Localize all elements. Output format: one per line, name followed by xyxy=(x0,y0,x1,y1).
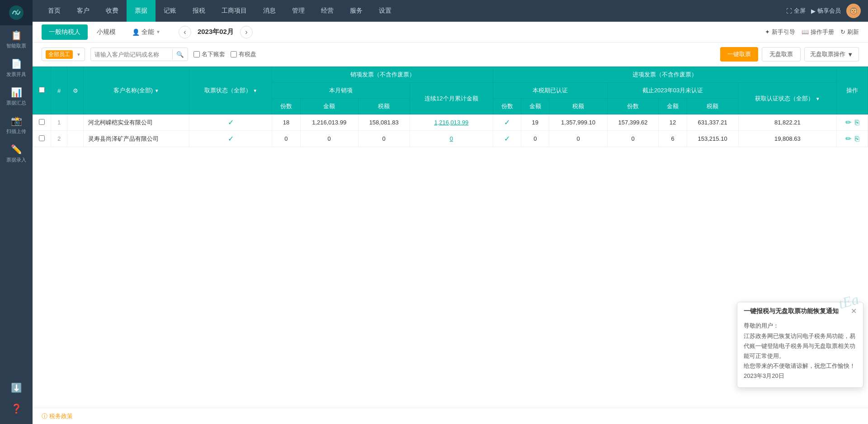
search-input[interactable] xyxy=(91,49,172,60)
row-num-1: 2 xyxy=(51,131,67,147)
th-purchase-cert-count: 份数 xyxy=(493,99,521,114)
row-sales-tax-0: 158,081.83 xyxy=(358,114,410,131)
manual-icon: 📖 xyxy=(802,29,809,35)
nav-right: ⛶ 全屏 ▶ 畅享会员 🐵 xyxy=(786,4,861,18)
no-disk-btn[interactable]: 无盘取票 xyxy=(762,47,801,62)
row-settings-0 xyxy=(67,114,84,131)
edit-icon-1[interactable]: ✏ xyxy=(845,134,851,143)
table-row: 2 灵寿县尚泽矿产品有限公司 ✓ 0 0 0 0 ✓ 0 0 0 6 153,2… xyxy=(33,131,868,147)
avatar[interactable]: 🐵 xyxy=(846,4,861,18)
tab-bar: 一般纳税人 小规模 👤 全能 ▼ ‹ 2023年02月 › ✦ 新手引导 xyxy=(33,22,868,43)
row-purchase-cert-tax-0: 157,399.62 xyxy=(607,114,659,131)
next-period-btn[interactable]: › xyxy=(240,26,253,38)
nav-bookkeeping[interactable]: 记账 xyxy=(156,0,184,22)
th-purchase-cert-tax: 税额 xyxy=(549,99,607,114)
disk-check[interactable]: 有税盘 xyxy=(231,50,256,58)
row-action-1: ✏ ⎘ xyxy=(837,131,868,147)
sidebar: 📋 智能取票 📄 发票开具 📊 票据汇总 📸 扫描上传 ✏️ 票据录入 ⬇️ ❓ xyxy=(0,0,33,424)
download-icon[interactable]: ⬇️ xyxy=(8,380,25,396)
row-purchase-cert-count-1: 0 xyxy=(521,131,549,147)
nav-customer[interactable]: 客户 xyxy=(69,0,98,22)
nav-home[interactable]: 首页 xyxy=(40,0,69,22)
row-purchase-cert-amount-0: 1,357,999.10 xyxy=(549,114,607,131)
filter-actions: 一键取票 无盘取票 无盘取票操作 ▼ xyxy=(720,47,859,62)
th-action: 操作 xyxy=(837,67,868,114)
edit-icon-0[interactable]: ✏ xyxy=(845,118,851,127)
tab-small-scale[interactable]: 小规模 xyxy=(90,24,123,40)
row-status-0: ✓ xyxy=(189,114,272,131)
notification-body: 尊敬的用户：江苏政务网已恢复访问电子税务局功能，易代账一键登陆电子税务局与无盘取… xyxy=(737,318,863,387)
sidebar-item-scan-upload[interactable]: 📸 扫描上传 xyxy=(0,111,33,139)
member-icon: ▶ xyxy=(811,8,816,14)
th-status[interactable]: 取票状态（全部） ▼ xyxy=(189,67,272,114)
member-btn[interactable]: ▶ 畅享会员 xyxy=(811,7,841,15)
account-checkbox[interactable] xyxy=(193,51,200,57)
invoice-table: # ⚙ 客户名称(全部) ▼ 取票状态（全部） ▼ 销项发票（不含作废票） xyxy=(33,67,868,147)
account-check[interactable]: 名下账套 xyxy=(193,50,225,58)
invoice-open-icon: 📄 xyxy=(11,58,22,69)
row-sales-count-1: 0 xyxy=(272,131,300,147)
row-cumulative-0: 1,216,013.99 xyxy=(410,114,493,131)
nav-tax[interactable]: 报税 xyxy=(184,0,213,22)
tax-policy-icon: ⓘ xyxy=(42,412,47,420)
no-disk-ops-btn[interactable]: 无盘取票操作 ▼ xyxy=(804,47,859,62)
row-checkbox-1[interactable] xyxy=(39,135,45,141)
row-purchase-uncert-count-1: 6 xyxy=(659,131,687,147)
th-purchase-group: 进项发票（不含作废票） xyxy=(493,67,837,83)
prev-period-btn[interactable]: ‹ xyxy=(179,26,191,38)
sidebar-bottom: ⬇️ ❓ xyxy=(8,380,25,424)
th-cert-status[interactable]: 获取认证状态（全部） ▼ xyxy=(738,83,837,114)
row-customer-1: 灵寿县尚泽矿产品有限公司 xyxy=(84,131,189,147)
notification-title: 一键报税与无盘取票功能恢复通知 xyxy=(744,307,839,315)
sidebar-item-data-entry[interactable]: ✏️ 票据录入 xyxy=(0,139,33,168)
tab-all[interactable]: 👤 全能 ▼ xyxy=(125,24,168,40)
nav-admin[interactable]: 管理 xyxy=(284,0,313,22)
refresh-btn[interactable]: ↻ 刷新 xyxy=(840,28,859,36)
th-settings: ⚙ xyxy=(67,67,84,114)
help-icon[interactable]: ❓ xyxy=(8,400,25,417)
row-cert-status-0: ✓ xyxy=(493,114,521,131)
fullscreen-btn[interactable]: ⛶ 全屏 xyxy=(786,7,806,15)
nav-receivable[interactable]: 收费 xyxy=(98,0,127,22)
manual-btn[interactable]: 📖 操作手册 xyxy=(802,28,834,36)
row-purchase-uncert-tax-1: 19,808.63 xyxy=(738,131,837,147)
th-before-march: 截止2023年03月未认证 xyxy=(607,83,738,99)
bottom-bar: ⓘ 税务政策 xyxy=(33,408,868,424)
nav-business[interactable]: 工商项目 xyxy=(213,0,255,22)
th-customer[interactable]: 客户名称(全部) ▼ xyxy=(84,67,189,114)
notification-popup: tEa 一键报税与无盘取票功能恢复通知 ✕ 尊敬的用户：江苏政务网已恢复访问电子… xyxy=(737,302,863,388)
tab-period-nav: ‹ 2023年02月 › xyxy=(179,26,253,38)
employee-filter[interactable]: 全部员工 ▼ xyxy=(42,48,85,61)
copy-icon-0[interactable]: ⎘ xyxy=(855,119,859,127)
disk-checkbox[interactable] xyxy=(231,51,237,57)
row-cert-status-1: ✓ xyxy=(493,131,521,147)
nav-operation[interactable]: 经营 xyxy=(313,0,342,22)
one-click-btn[interactable]: 一键取票 xyxy=(720,47,758,62)
nav-message[interactable]: 消息 xyxy=(255,0,284,22)
th-purchase-uncert-amount: 金额 xyxy=(659,99,687,114)
row-purchase-uncert-amount-1: 153,215.10 xyxy=(687,131,738,147)
sidebar-item-smart-fetch[interactable]: 📋 智能取票 xyxy=(0,25,33,54)
nav-settings[interactable]: 设置 xyxy=(371,0,400,22)
employee-arrow-icon: ▼ xyxy=(76,52,81,57)
new-guide-btn[interactable]: ✦ 新手引导 xyxy=(765,28,795,36)
row-customer-0: 河北柯嵘桤实业有限公司 xyxy=(84,114,189,131)
copy-icon-1[interactable]: ⎘ xyxy=(855,135,859,143)
tab-general-taxpayer[interactable]: 一般纳税人 xyxy=(42,24,88,40)
row-checkbox-0[interactable] xyxy=(39,119,45,125)
smart-fetch-icon: 📋 xyxy=(11,30,22,41)
top-nav: 首页 客户 收费 票据 记账 报税 工商项目 消息 管理 经营 服务 设置 ⛶ … xyxy=(33,0,868,22)
select-all-checkbox[interactable] xyxy=(39,87,45,93)
nav-service[interactable]: 服务 xyxy=(342,0,371,22)
row-sales-count-0: 18 xyxy=(272,114,300,131)
search-btn[interactable]: 🔍 xyxy=(172,49,188,60)
row-purchase-cert-amount-1: 0 xyxy=(549,131,607,147)
tax-policy-link[interactable]: ⓘ 税务政策 xyxy=(42,412,73,420)
sidebar-item-invoice-open[interactable]: 📄 发票开具 xyxy=(0,54,33,82)
row-purchase-uncert-amount-0: 631,337.21 xyxy=(687,114,738,131)
sidebar-item-invoice-summary[interactable]: 📊 票据汇总 xyxy=(0,82,33,111)
nav-invoice[interactable]: 票据 xyxy=(127,0,156,22)
th-sales-group: 销项发票（不含作废票） xyxy=(272,67,493,83)
th-cumulative: 连续12个月累计金额 xyxy=(410,83,493,114)
row-cumulative-1: 0 xyxy=(410,131,493,147)
